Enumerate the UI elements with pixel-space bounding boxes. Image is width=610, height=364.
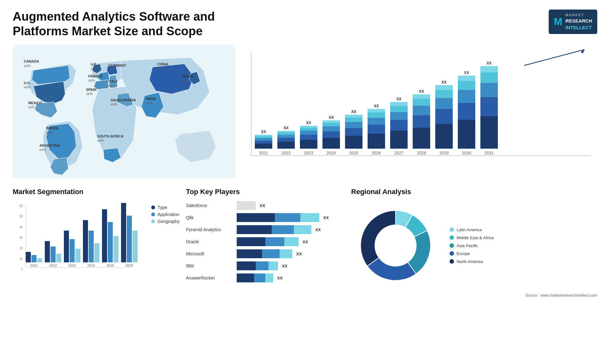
seg-chart-inner: 202120222023202420252026 [25, 204, 130, 268]
player-bar-segment [256, 261, 268, 270]
player-row: QlikXX [186, 213, 345, 222]
bar-value-label: XX [396, 97, 401, 101]
bar-value-label: XX [374, 104, 379, 108]
label-france: FRANCE xx% [88, 74, 103, 83]
seg-bar [37, 258, 42, 262]
player-xx-label: XX [260, 203, 265, 208]
bar-year-label: 2023 [304, 151, 313, 155]
label-argentina: ARGENTINA xx% [39, 144, 60, 152]
bar-segment [458, 103, 475, 120]
player-row: OracleXX [186, 237, 345, 246]
seg-bars-row [45, 241, 61, 262]
seg-bar-group: 2021 [26, 252, 42, 267]
source-text: Source : www.marketresearchintellect.com [351, 293, 597, 298]
bar-year-label: 2021 [259, 151, 268, 155]
bar-segment [390, 102, 408, 106]
player-bar-segment [300, 213, 319, 222]
label-north-america: North America [457, 259, 483, 264]
bar-group: XX2026 [368, 104, 385, 155]
bar-segment [368, 134, 385, 149]
bar-group: XX2023 [300, 121, 317, 155]
bar-value-label: XX [329, 115, 334, 120]
player-bar-inner [237, 237, 299, 246]
player-row: IBMXX [186, 261, 345, 270]
bar-segment [390, 131, 408, 149]
logo-letter: M [554, 15, 562, 29]
player-xx-label: XX [282, 264, 287, 268]
players-section: Top Key Players SalesforceXXQlikXXPyrami… [186, 188, 345, 298]
bar-segment [368, 112, 385, 118]
legend-latin-america: Latin America [450, 227, 493, 232]
bar-group: XX2022 [277, 126, 295, 155]
player-name: Microsoft [186, 251, 234, 256]
label-japan: JAPAN xx% [182, 74, 193, 83]
player-xx-label: XX [315, 227, 321, 232]
bar-group: XX2028 [413, 89, 430, 155]
world-map: CANADA xx% U.S. xx% MEXICO xx% BRAZIL xx… [13, 45, 235, 178]
bar-segment [368, 125, 385, 134]
seg-year-label: 2023 [68, 264, 76, 267]
bar-segment [480, 72, 498, 83]
bar-value-label: XX [306, 121, 311, 125]
bar-segment [368, 118, 385, 125]
bar-segment [255, 141, 272, 144]
bar-segment [345, 128, 363, 136]
legend-north-america: North America [450, 259, 493, 264]
bar-segment [322, 131, 340, 138]
player-bar-empty [237, 201, 256, 210]
player-name: Qlik [186, 215, 234, 220]
seg-bar [31, 255, 37, 262]
player-bar-segment [262, 249, 280, 258]
bar-segment [435, 85, 453, 90]
bottom-row: Market Segmentation 0102030405060 202120… [13, 188, 597, 298]
player-name: AnswerRocket [186, 275, 234, 280]
bar-segment [458, 81, 475, 90]
bar-stack [390, 102, 408, 149]
player-bar-inner [237, 261, 278, 270]
bar-segment [458, 90, 475, 103]
player-bar-segment [237, 249, 262, 258]
bar-segment [413, 128, 430, 149]
label-brazil: BRAZIL xx% [46, 126, 59, 134]
seg-bar [108, 222, 113, 262]
label-canada: CANADA xx% [24, 59, 39, 68]
player-bar-segment [265, 273, 273, 282]
bar-stack [300, 126, 317, 149]
bar-year-label: 2025 [349, 151, 358, 155]
bar-value-label: XX [441, 80, 446, 84]
label-mexico: MEXICO xx% [28, 101, 42, 109]
label-asia-pacific: Asia Pacific [457, 243, 478, 248]
bar-segment [322, 123, 340, 126]
player-bar-segment [254, 273, 265, 282]
player-bar-container: XX [237, 273, 345, 282]
bar-segment [458, 76, 475, 81]
map-labels-overlay: CANADA xx% U.S. xx% MEXICO xx% BRAZIL xx… [13, 45, 235, 178]
label-latin-america: Latin America [457, 227, 482, 232]
legend-type: Type [151, 205, 180, 210]
label-india: INDIA xx% [146, 97, 156, 105]
bar-segment [390, 112, 408, 120]
label-china: CHINA xx% [157, 62, 168, 71]
seg-bar-group: 2026 [121, 203, 138, 267]
bar-stack [255, 135, 272, 149]
bar-segment [277, 132, 295, 135]
bar-segment [368, 109, 385, 112]
player-bar-inner [237, 273, 273, 282]
player-xx-label: XX [296, 252, 302, 256]
dot-north-america [450, 259, 454, 264]
seg-bar [26, 252, 31, 262]
seg-bars-row [26, 252, 42, 262]
label-uk: U.K. xx% [91, 62, 98, 71]
bar-segment [458, 120, 475, 149]
player-name: Pyramid Analytics [186, 227, 234, 232]
players-list: SalesforceXXQlikXXPyramid AnalyticsXXOra… [186, 201, 345, 282]
seg-year-label: 2024 [87, 264, 95, 267]
seg-bar [94, 243, 99, 262]
player-bar-segment [272, 225, 294, 234]
bar-group: XX2030 [458, 71, 475, 155]
bar-group: XX2031 [480, 61, 498, 155]
seg-bars-row [102, 209, 119, 262]
svg-point-4 [375, 225, 416, 266]
legend-dot-geography [151, 219, 155, 223]
bar-stack [413, 94, 430, 149]
